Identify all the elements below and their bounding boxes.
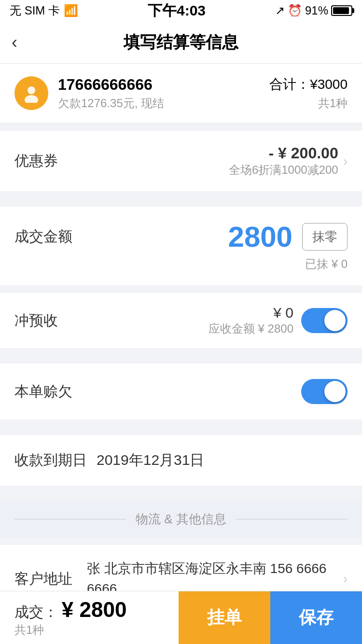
carrier-text: 无 SIM 卡: [10, 3, 60, 18]
duedate-section: 收款到期日 2019年12月31日: [0, 435, 362, 486]
divider-text: 物流 & 其他信息: [136, 511, 226, 528]
divider-line-right: [236, 519, 348, 519]
avatar: [14, 76, 48, 110]
bottom-deal-value: ¥ 2800: [62, 598, 127, 621]
duedate-value: 2019年12月31日: [97, 450, 204, 470]
chevron-right-icon: ›: [343, 154, 348, 169]
coupon-row[interactable]: 优惠券 - ¥ 200.00 全场6折满1000减200 ›: [0, 131, 362, 191]
bottom-count: 共1种: [14, 622, 164, 638]
divider-line-left: [14, 519, 126, 519]
customer-phone: 17666666666: [58, 76, 164, 94]
customer-row: 17666666666 欠款1276.35元, 现结 合计：¥3000 共1种: [0, 64, 362, 123]
separator-2: [0, 356, 362, 364]
battery-icon: [331, 5, 352, 16]
separator-3: [0, 427, 362, 435]
coupon-desc: 全场6折满1000减200: [229, 162, 338, 178]
deal-sub-text: 已抹 ¥ 0: [14, 256, 348, 272]
hold-button[interactable]: 挂单: [179, 591, 270, 644]
coupon-label: 优惠券: [14, 151, 58, 171]
separator-5: [0, 537, 362, 545]
customer-debt-note: 欠款1276.35元, 现结: [58, 96, 164, 111]
customer-right: 合计：¥3000 共1种: [269, 75, 348, 111]
deal-amount-value: 2800: [228, 220, 292, 253]
item-count: 共1种: [269, 96, 348, 111]
wifi-icon: 📶: [64, 4, 78, 17]
address-label: 客户地址: [14, 569, 72, 589]
content: 17666666666 欠款1276.35元, 现结 合计：¥3000 共1种 …: [0, 64, 362, 644]
status-left: 无 SIM 卡 📶: [10, 3, 78, 18]
debt-toggle[interactable]: [301, 379, 348, 404]
precollect-label: 冲预收: [14, 311, 58, 331]
address-chevron-icon: ›: [343, 571, 348, 587]
duedate-label: 收款到期日: [14, 450, 87, 470]
debt-label: 本单赊欠: [14, 382, 72, 402]
debt-section: 本单赊欠: [0, 364, 362, 420]
save-button[interactable]: 保存: [270, 591, 362, 644]
toggle-thumb: [324, 310, 346, 331]
battery-percent: 91%: [305, 4, 328, 17]
alarm-icon: ⏰: [288, 4, 302, 17]
total-label: 合计：¥3000: [269, 75, 348, 94]
separator: [0, 199, 362, 207]
precollect-value: ¥ 0: [209, 305, 293, 321]
status-bar: 无 SIM 卡 📶 下午4:03 ↗ ⏰ 91%: [0, 0, 362, 21]
total-value: ¥3000: [310, 77, 348, 92]
deal-amount-label: 成交金额: [14, 227, 72, 247]
page-title: 填写结算等信息: [124, 31, 238, 54]
status-right: ↗ ⏰ 91%: [275, 4, 352, 17]
customer-left: 17666666666 欠款1276.35元, 现结: [14, 76, 164, 111]
coupon-value: - ¥ 200.00: [229, 144, 338, 162]
debt-toggle-thumb: [324, 381, 346, 402]
bottom-bar: 成交： ¥ 2800 共1种 挂单 保存: [0, 591, 362, 644]
precollect-toggle[interactable]: [301, 308, 348, 333]
nav-bar: ‹ 填写结算等信息: [0, 21, 362, 64]
precollect-section: 冲预收 ¥ 0 应收金额 ¥ 2800: [0, 293, 362, 348]
deal-amount-section: 成交金额 2800 抹零 已抹 ¥ 0: [0, 207, 362, 285]
location-icon: ↗: [275, 4, 285, 17]
customer-info: 17666666666 欠款1276.35元, 现结: [58, 76, 164, 111]
bottom-deal-label: 成交：: [14, 604, 58, 620]
separator-4: [0, 493, 362, 501]
svg-point-0: [28, 86, 35, 94]
round-button[interactable]: 抹零: [302, 223, 348, 251]
svg-point-1: [25, 95, 38, 103]
precollect-sub: 应收金额 ¥ 2800: [209, 321, 293, 336]
status-time: 下午4:03: [148, 1, 206, 21]
back-button[interactable]: ‹: [12, 32, 17, 53]
coupon-right: - ¥ 200.00 全场6折满1000减200 ›: [229, 144, 348, 178]
bottom-info: 成交： ¥ 2800 共1种: [0, 598, 179, 638]
section-divider: 物流 & 其他信息: [0, 501, 362, 537]
battery-fill: [333, 7, 349, 14]
